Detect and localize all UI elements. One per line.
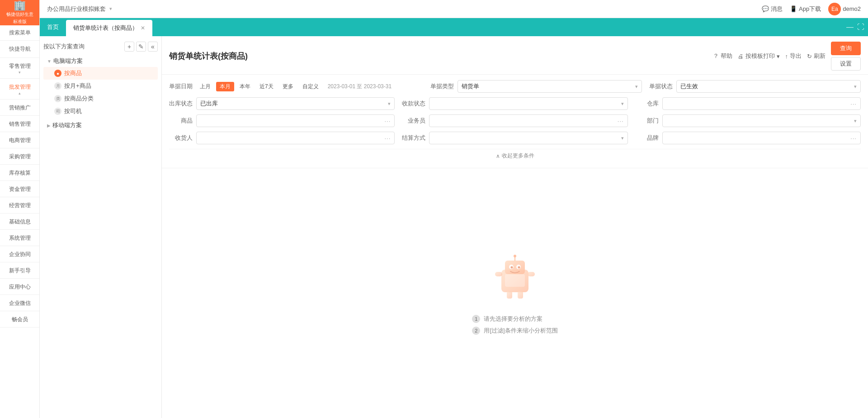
product-label: 商品 [169, 117, 193, 125]
filter-row-4: 收货人 ··· 结算方式 ▾ 品牌 [169, 132, 861, 144]
sidebar-item-sales[interactable]: 销售管理 [0, 116, 39, 132]
date-tab-last-month[interactable]: 上月 [196, 82, 214, 91]
scheme-panel-title: 按以下方案查询 [43, 43, 85, 51]
brand-dots[interactable]: ··· [850, 135, 857, 142]
scheme-edit-btn[interactable]: ✎ [136, 42, 146, 52]
date-tab-last7[interactable]: 近7天 [256, 82, 277, 91]
product-input[interactable]: ··· [196, 114, 395, 127]
scheme-item-by-month-label: 按月+商品 [64, 82, 91, 90]
scheme-group-desktop-header[interactable]: ▼ 电脑端方案 [43, 55, 158, 67]
scheme-item-by-month-icon: 月 [54, 82, 61, 90]
brand-input[interactable]: ··· [662, 132, 861, 144]
scheme-group-mobile-arrow: ▶ [47, 123, 51, 128]
logo-icon: 🏢 [14, 0, 26, 10]
sidebar-item-marketing[interactable]: 营销推广 [0, 100, 39, 116]
sidebar-item-retail[interactable]: 零售管理 ▾ [0, 58, 39, 79]
sidebar-item-ecommerce[interactable]: 电商管理 [0, 132, 39, 148]
out-status-select[interactable]: 已出库 ▾ [196, 97, 395, 110]
sidebar-item-appstore-label: 应用中心 [9, 283, 31, 291]
sidebar-item-purchase-label: 采购管理 [9, 153, 31, 161]
sidebar-item-member[interactable]: 畅会员 [0, 311, 39, 328]
help-btn[interactable]: ？ 帮助 [713, 52, 732, 60]
agent-label: 业务员 [402, 117, 425, 125]
main-content: 办公用品行业模拟账套 ▾ 💬 消息 📱 App下载 Ea demo2 首页 [40, 0, 868, 418]
agent-dots[interactable]: ··· [618, 118, 624, 124]
recipient-dots[interactable]: ··· [384, 135, 391, 142]
message-action[interactable]: 💬 消息 [762, 5, 783, 13]
query-button[interactable]: 查询 [831, 42, 861, 55]
sidebar-item-purchase[interactable]: 采购管理 [0, 148, 39, 165]
out-status-arrow-icon: ▾ [388, 101, 391, 107]
doc-status-arrow-icon: ▾ [854, 84, 857, 90]
recipient-input[interactable]: ··· [196, 132, 395, 144]
scheme-item-by-product-label: 按商品 [64, 69, 82, 77]
template-print-btn[interactable]: 🖨 按模板打印 ▾ [738, 52, 780, 60]
sidebar-item-inventory[interactable]: 库存核算 [0, 165, 39, 181]
doc-type-select[interactable]: 销货单 ▾ [458, 80, 642, 93]
refresh-btn[interactable]: ↻ 刷新 [807, 52, 826, 60]
product-dots[interactable]: ··· [384, 118, 391, 124]
maximize-btn[interactable]: ⛶ [857, 23, 864, 31]
date-tab-more[interactable]: 更多 [279, 82, 297, 91]
sidebar-item-wechat[interactable]: 企业微信 [0, 295, 39, 311]
sidebar-item-wholesale[interactable]: 批发管理 ▴ [0, 79, 39, 100]
payment-select[interactable]: ▾ [429, 132, 627, 144]
collapse-bar[interactable]: ∧ 收起更多条件 [169, 149, 861, 162]
pay-status-select[interactable]: ▾ [429, 97, 627, 110]
breadcrumb: 办公用品行业模拟账套 [47, 5, 106, 13]
sidebar-item-enterprise-label: 企业协同 [9, 251, 31, 258]
agent-input[interactable]: ··· [429, 114, 627, 127]
minimize-btn[interactable]: — [846, 23, 854, 31]
scheme-item-by-product[interactable]: ● 按商品 [43, 67, 158, 80]
scheme-group-mobile-header[interactable]: ▶ 移动端方案 [43, 119, 158, 131]
pay-status-label: 收款状态 [402, 100, 425, 108]
scheme-item-by-cashier[interactable]: 司 按司机 [43, 105, 158, 118]
filter-row-1: 单据日期 上月 本月 本年 近7天 更多 自定义 2023-03-01 至 20… [169, 80, 861, 93]
scheme-add-btn[interactable]: + [124, 42, 134, 52]
shortcut-nav[interactable]: 快捷导航 [0, 41, 39, 58]
warehouse-select[interactable]: ··· [662, 97, 861, 110]
doc-status-select[interactable]: 已生效 ▾ [676, 80, 861, 93]
date-tab-this-month[interactable]: 本月 [216, 82, 234, 91]
sidebar-item-operations[interactable]: 经营管理 [0, 197, 39, 214]
warehouse-dots[interactable]: ··· [850, 100, 857, 107]
scheme-item-by-category[interactable]: 类 按商品分类 [43, 92, 158, 105]
out-status-label: 出库状态 [169, 100, 193, 108]
empty-state: 1 请先选择要分析的方案 2 用[过滤]条件来缩小分析范围 [162, 168, 868, 418]
scheme-group-desktop-label: 电脑端方案 [53, 57, 83, 65]
scheme-collapse-btn[interactable]: « [148, 42, 158, 52]
app-download-action[interactable]: 📱 App下载 [790, 5, 821, 13]
sidebar-item-finance[interactable]: 资金管理 [0, 181, 39, 197]
sidebar-item-basic-label: 基础信息 [9, 218, 31, 226]
dept-select[interactable]: ▾ [662, 114, 861, 127]
date-range: 2023-03-01 至 2023-03-31 [328, 83, 392, 90]
sidebar-item-basic[interactable]: 基础信息 [0, 214, 39, 230]
scheme-item-by-month-product[interactable]: 月 按月+商品 [43, 80, 158, 92]
refresh-icon: ↻ [807, 53, 812, 60]
doc-status-value: 已生效 [680, 82, 698, 90]
svg-rect-1 [505, 261, 525, 274]
scheme-group-mobile: ▶ 移动端方案 [43, 119, 158, 131]
tab-home[interactable]: 首页 [40, 18, 66, 36]
tab-close-icon[interactable]: ✕ [141, 25, 145, 31]
sidebar-item-appstore[interactable]: 应用中心 [0, 279, 39, 295]
filter-row-2: 出库状态 已出库 ▾ 收款状态 ▾ 仓库 [169, 97, 861, 110]
sidebar-item-system[interactable]: 系统管理 [0, 230, 39, 246]
date-tab-custom[interactable]: 自定义 [299, 82, 322, 91]
sidebar-item-enterprise[interactable]: 企业协同 [0, 246, 39, 262]
svg-rect-11 [495, 272, 502, 276]
user-profile[interactable]: Ea demo2 [828, 3, 861, 15]
svg-rect-8 [505, 274, 525, 287]
export-btn[interactable]: ↑ 导出 [785, 52, 802, 60]
tab-sales-report[interactable]: 销货单统计表（按商品） ✕ [66, 20, 152, 36]
export-label: 导出 [790, 52, 802, 60]
sidebar-item-newbie[interactable]: 新手引导 [0, 262, 39, 279]
date-control: 上月 本月 本年 近7天 更多 自定义 2023-03-01 至 2023-03… [196, 82, 423, 91]
doc-status-label: 单据状态 [649, 82, 673, 90]
avatar: Ea [828, 3, 841, 15]
sidebar-item-marketing-label: 营销推广 [9, 104, 31, 112]
search-menu[interactable]: 搜索菜单 [0, 25, 39, 41]
date-tab-this-year[interactable]: 本年 [236, 82, 254, 91]
settings-button[interactable]: 设置 [831, 57, 861, 71]
shortcut-label: 快捷导航 [9, 43, 31, 56]
